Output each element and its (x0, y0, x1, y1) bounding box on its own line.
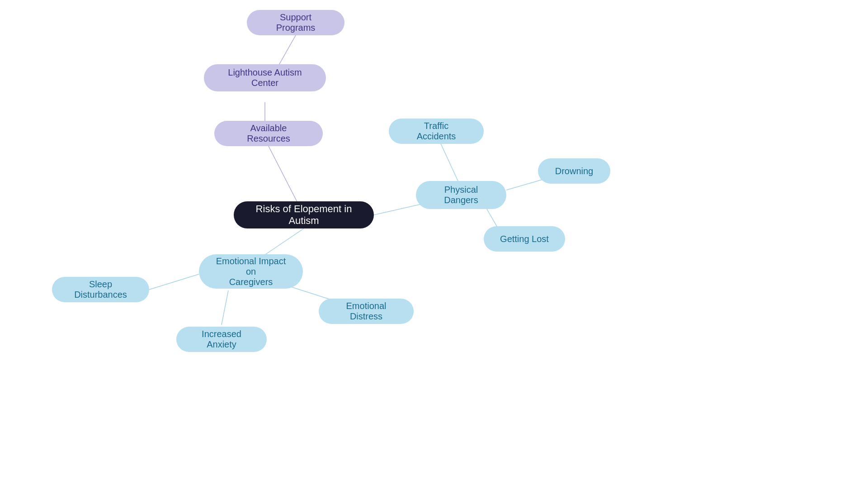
emotional-impact-node[interactable]: Emotional Impact on Caregivers (199, 254, 303, 289)
increased-anxiety-label: Increased Anxiety (193, 329, 250, 350)
emotional-impact-label: Emotional Impact on Caregivers (215, 256, 287, 287)
center-node[interactable]: Risks of Elopement in Autism (234, 201, 374, 228)
emotional-distress-label: Emotional Distress (335, 301, 397, 322)
available-resources-label: Available Resources (231, 123, 307, 144)
physical-dangers-node[interactable]: Physical Dangers (416, 181, 506, 209)
physical-dangers-label: Physical Dangers (432, 185, 490, 205)
svg-line-8 (149, 274, 199, 290)
available-resources-node[interactable]: Available Resources (214, 121, 323, 146)
center-label: Risks of Elopement in Autism (252, 203, 356, 227)
drowning-label: Drowning (555, 166, 593, 176)
getting-lost-label: Getting Lost (500, 234, 549, 244)
drowning-node[interactable]: Drowning (538, 158, 610, 184)
traffic-accidents-node[interactable]: Traffic Accidents (389, 119, 484, 144)
support-programs-label: Support Programs (263, 12, 328, 33)
lighthouse-label: Lighthouse Autism Center (220, 67, 310, 88)
getting-lost-node[interactable]: Getting Lost (484, 226, 565, 252)
increased-anxiety-node[interactable]: Increased Anxiety (176, 327, 267, 352)
emotional-distress-node[interactable]: Emotional Distress (319, 299, 414, 324)
traffic-accidents-label: Traffic Accidents (405, 121, 467, 142)
lighthouse-node[interactable]: Lighthouse Autism Center (204, 64, 326, 91)
sleep-disturbances-node[interactable]: Sleep Disturbances (52, 277, 149, 302)
sleep-disturbances-label: Sleep Disturbances (68, 279, 133, 300)
svg-line-9 (222, 290, 228, 325)
connections-svg (0, 0, 868, 490)
support-programs-node[interactable]: Support Programs (247, 10, 344, 35)
